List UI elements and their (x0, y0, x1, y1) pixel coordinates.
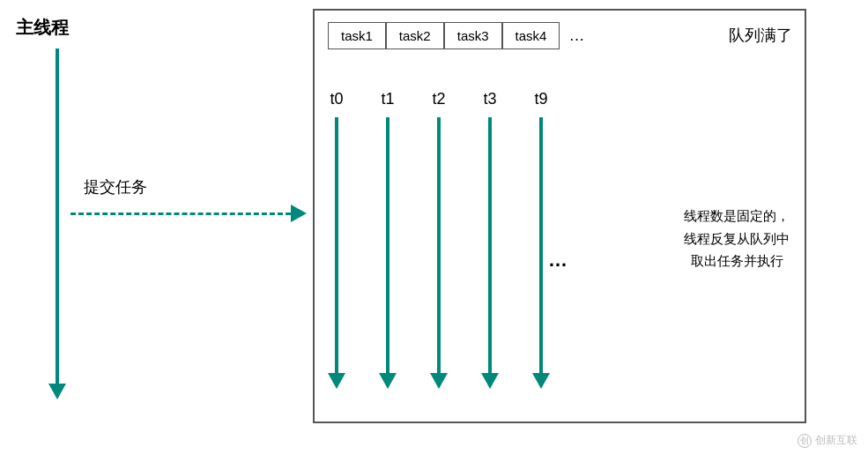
queue-cell-task1: task1 (328, 22, 386, 49)
thread-pool-box: task1 task2 task3 task4 … 队列满了 t0 t1 t2 (313, 9, 806, 423)
dashed-arrow (70, 205, 307, 222)
threads-area: t0 t1 t2 t3 t9 (328, 90, 550, 389)
main-thread-line (56, 48, 59, 384)
thread-col-t2: t2 (430, 90, 448, 389)
thread-arrow-t0 (328, 373, 345, 389)
thread-col-t9: t9 (532, 90, 550, 389)
thread-line-t1 (386, 117, 389, 373)
thread-line-t0 (335, 117, 338, 373)
queue-full-label: 队列满了 (729, 25, 792, 46)
thread-label-t9: t9 (534, 90, 547, 108)
thread-line-t2 (437, 117, 441, 373)
page-container: 主线程 提交任务 task1 task2 task3 task4 … 队列满了 … (0, 0, 868, 455)
thread-col-t1: t1 (379, 90, 397, 389)
thread-label-t1: t1 (381, 90, 394, 108)
thread-arrow-t3 (481, 373, 499, 389)
main-thread-arrow-head (48, 384, 66, 399)
thread-col-t0: t0 (328, 90, 345, 389)
main-thread-label: 主线程 (16, 16, 69, 40)
thread-col-t3: t3 (481, 90, 499, 389)
dashed-line (70, 213, 291, 215)
watermark-icon: 创 (798, 434, 812, 448)
watermark: 创 创新互联 (798, 433, 857, 448)
thread-arrow-t2 (430, 373, 448, 389)
queue-dots: … (560, 21, 593, 50)
thread-arrow-t1 (379, 373, 397, 389)
main-thread-arrow (48, 48, 66, 399)
thread-label-t3: t3 (483, 90, 496, 108)
thread-line-t9 (539, 117, 543, 373)
queue-cell-task4: task4 (502, 22, 560, 49)
thread-label-t0: t0 (330, 90, 343, 108)
thread-line-t3 (488, 117, 492, 373)
queue-cell-task2: task2 (386, 22, 444, 49)
description-text: 线程数是固定的，线程反复从队列中取出任务并执行 (679, 205, 794, 272)
queue-row: task1 task2 task3 task4 … (328, 21, 593, 50)
thread-label-t2: t2 (432, 90, 445, 108)
watermark-text: 创新互联 (815, 433, 857, 448)
queue-cell-task3: task3 (444, 22, 502, 49)
middle-dots: … (548, 249, 568, 272)
thread-arrow-t9 (532, 373, 550, 389)
dashed-arrow-head (291, 205, 307, 222)
submit-task-label: 提交任务 (84, 176, 147, 198)
